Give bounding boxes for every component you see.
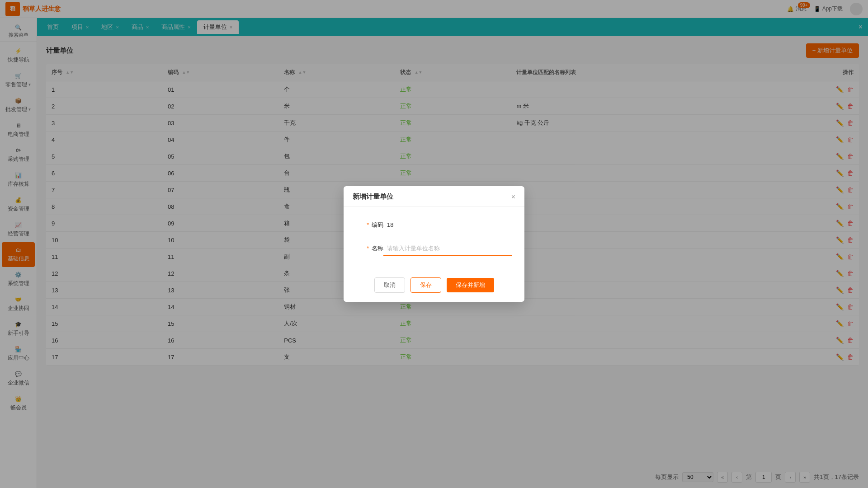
dialog-body: * 编码 * 名称 bbox=[344, 207, 524, 272]
code-input[interactable] bbox=[383, 218, 512, 232]
modal-overlay: 新增计量单位 × * 编码 * 名称 取消 保存 保存并新增 bbox=[0, 0, 868, 488]
dialog-close-button[interactable]: × bbox=[511, 193, 515, 201]
form-row-code: * 编码 bbox=[356, 218, 512, 232]
form-name-label: * 名称 bbox=[356, 244, 383, 253]
required-mark-name: * bbox=[367, 245, 369, 252]
add-unit-dialog: 新增计量单位 × * 编码 * 名称 取消 保存 保存并新增 bbox=[344, 186, 524, 302]
required-mark-code: * bbox=[367, 221, 369, 228]
name-input[interactable] bbox=[383, 241, 512, 256]
cancel-button[interactable]: 取消 bbox=[374, 277, 405, 293]
dialog-footer: 取消 保存 保存并新增 bbox=[344, 272, 524, 302]
dialog-header: 新增计量单位 × bbox=[344, 186, 524, 207]
form-code-label: * 编码 bbox=[356, 221, 383, 229]
form-row-name: * 名称 bbox=[356, 241, 512, 256]
save-and-add-button[interactable]: 保存并新增 bbox=[447, 278, 494, 292]
dialog-title: 新增计量单位 bbox=[353, 192, 393, 201]
save-button[interactable]: 保存 bbox=[410, 277, 441, 293]
